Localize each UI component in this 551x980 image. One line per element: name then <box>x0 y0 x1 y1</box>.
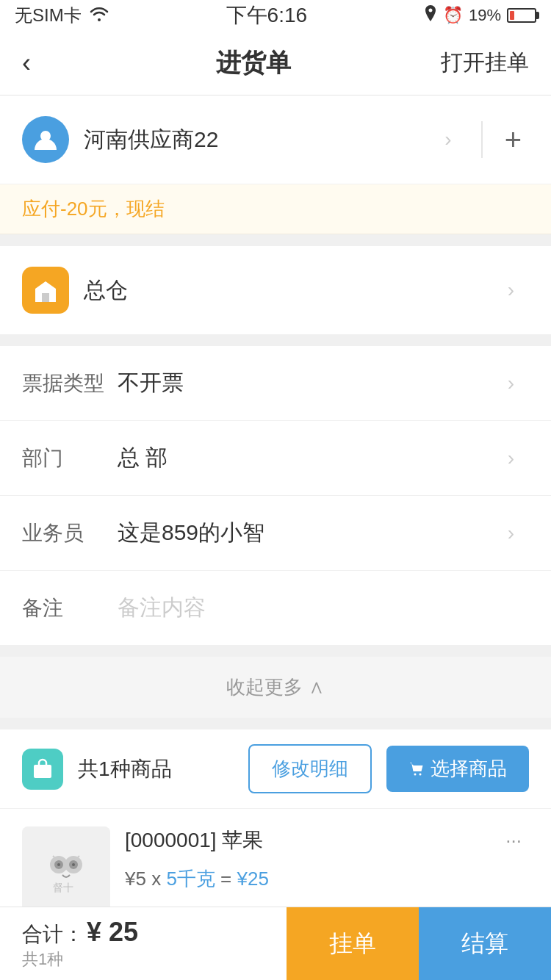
cart-icon <box>408 761 425 777</box>
products-header: 共1种商品 修改明细 选择商品 <box>0 729 551 809</box>
back-button[interactable]: ‹ <box>22 48 66 79</box>
warehouse-icon <box>22 267 69 314</box>
product-thumbnail: 督十 <box>22 826 110 915</box>
product-total: ¥25 <box>237 868 269 890</box>
supplier-chevron-icon: › <box>444 128 451 151</box>
select-product-label: 选择商品 <box>431 756 507 782</box>
salesperson-chevron-icon: › <box>508 522 514 545</box>
salesperson-row[interactable]: 业务员 这是859的小智 › <box>0 496 551 571</box>
salesperson-label: 业务员 <box>22 519 118 547</box>
vertical-divider <box>481 121 483 158</box>
product-price-row: ¥5 x 5千克 = ¥25 <box>125 866 483 892</box>
total-count: 共1种 <box>22 948 264 970</box>
total-amount: ¥ 25 <box>87 917 138 948</box>
svg-rect-2 <box>34 765 51 778</box>
add-button[interactable]: + <box>497 123 529 156</box>
carrier-text: 无SIM卡 <box>15 4 82 27</box>
battery-text: 19% <box>469 6 501 25</box>
department-chevron-icon: › <box>508 447 514 470</box>
svg-point-3 <box>414 773 417 775</box>
settle-button[interactable]: 结算 <box>419 907 551 980</box>
warehouse-row[interactable]: 总仓 › <box>0 246 551 334</box>
products-icon <box>22 749 63 790</box>
location-icon <box>424 5 437 26</box>
more-options-button[interactable]: ··· <box>498 826 529 855</box>
status-time: 下午6:16 <box>226 1 308 29</box>
supplier-row[interactable]: 河南供应商22 › + <box>0 96 551 184</box>
product-info: [0000001] 苹果 ¥5 x 5千克 = ¥25 <box>125 826 483 892</box>
warehouse-section: 总仓 › <box>0 246 551 334</box>
product-image: 督十 <box>37 841 96 900</box>
select-product-button[interactable]: 选择商品 <box>386 746 529 792</box>
alarm-icon: ⏰ <box>443 6 463 25</box>
invoice-type-value: 不开票 <box>118 368 508 398</box>
invoice-type-row[interactable]: 票据类型 不开票 › <box>0 346 551 421</box>
department-row[interactable]: 部门 总 部 › <box>0 421 551 496</box>
wifi-icon <box>89 5 109 26</box>
status-bar: 无SIM卡 下午6:16 ⏰ 19% <box>0 0 551 31</box>
warehouse-name: 总仓 <box>84 275 508 306</box>
collapse-row[interactable]: 收起更多 ∧ <box>0 657 551 718</box>
open-hang-button[interactable]: 打开挂单 <box>441 48 529 78</box>
product-quantity: 5千克 <box>166 868 215 890</box>
status-right: ⏰ 19% <box>424 5 536 26</box>
svg-text:督十: 督十 <box>53 882 73 893</box>
department-value: 总 部 <box>118 443 508 473</box>
warehouse-chevron-icon: › <box>508 278 514 302</box>
svg-point-4 <box>419 773 422 775</box>
status-left: 无SIM卡 <box>15 4 109 27</box>
battery-icon <box>507 8 536 23</box>
products-count: 共1种商品 <box>78 755 234 783</box>
edit-detail-button[interactable]: 修改明细 <box>248 744 372 793</box>
invoice-type-label: 票据类型 <box>22 370 118 397</box>
supplier-alert: 应付-20元，现结 <box>0 184 551 234</box>
product-price: ¥5 <box>125 868 146 890</box>
hang-button[interactable]: 挂单 <box>287 907 419 980</box>
supplier-avatar <box>22 116 69 163</box>
total-label: 合计： <box>22 920 84 948</box>
remark-row[interactable]: 备注 备注内容 <box>0 571 551 645</box>
svg-point-9 <box>57 863 60 866</box>
equals-sign: = <box>220 868 237 890</box>
svg-rect-1 <box>42 293 49 302</box>
remark-label: 备注 <box>22 594 118 622</box>
department-label: 部门 <box>22 444 118 472</box>
nav-bar: ‹ 进货单 打开挂单 <box>0 31 551 96</box>
form-section: 票据类型 不开票 › 部门 总 部 › 业务员 这是859的小智 › 备注 备注… <box>0 346 551 645</box>
supplier-name: 河南供应商22 <box>84 125 444 155</box>
salesperson-value: 这是859的小智 <box>118 518 508 548</box>
nav-title: 进货单 <box>216 46 291 80</box>
invoice-type-chevron-icon: › <box>508 372 514 395</box>
products-section: 共1种商品 修改明细 选择商品 督十 <box>0 729 551 932</box>
product-code: [0000001] <box>125 829 217 851</box>
svg-point-10 <box>72 863 75 866</box>
product-title: 苹果 <box>222 829 263 851</box>
supplier-section: 河南供应商22 › + 应付-20元，现结 <box>0 96 551 234</box>
multiply-sign: x <box>151 868 166 890</box>
bottom-bar: 合计： ¥ 25 共1种 挂单 结算 <box>0 907 551 980</box>
remark-input[interactable]: 备注内容 <box>118 593 529 623</box>
product-name: [0000001] 苹果 <box>125 826 483 854</box>
total-section: 合计： ¥ 25 共1种 <box>0 907 287 980</box>
